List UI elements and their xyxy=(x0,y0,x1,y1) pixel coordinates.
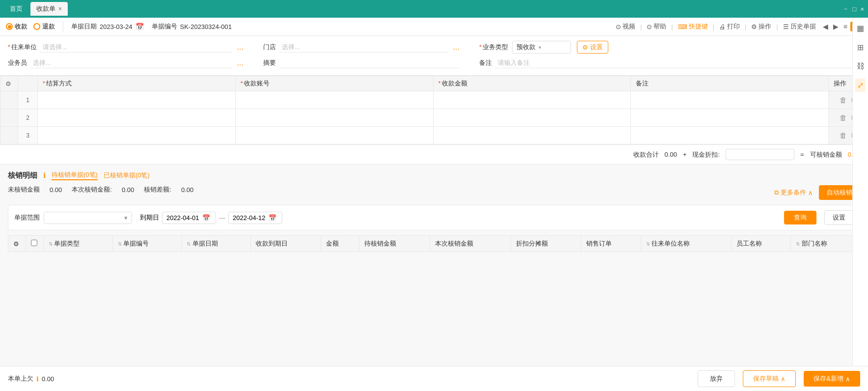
row2-delete-btn[interactable]: 🗑 xyxy=(838,112,848,123)
radio-shoukuan-circle xyxy=(6,23,13,30)
row2-settlement-input[interactable] xyxy=(38,109,235,126)
row3-amount-input[interactable] xyxy=(434,127,631,144)
footer-info: 本单上欠 ℹ 0.00 xyxy=(8,374,54,383)
tab-close-icon[interactable]: × xyxy=(58,5,62,12)
more-filter-btn[interactable]: ⧉ 更多条件 ∧ xyxy=(774,188,813,197)
action-help[interactable]: ⊙ 帮助 xyxy=(647,22,666,31)
nav-next-icon[interactable]: ▶ xyxy=(831,22,841,31)
date-range-dash: — xyxy=(219,214,225,222)
window-close[interactable]: × xyxy=(860,5,864,13)
dan-date-value: 2023-03-24 xyxy=(100,23,133,30)
row1-note-input[interactable] xyxy=(631,91,828,109)
sidebar-table-icon[interactable]: ▦ xyxy=(855,22,866,35)
sidebar-screen-icon[interactable]: ⤢ xyxy=(855,79,866,92)
calendar-icon-start[interactable]: 📅 xyxy=(202,214,210,222)
summary-input[interactable] xyxy=(279,57,460,68)
reconcil-title: 核销明细 xyxy=(8,171,37,180)
bt-header-duedate: 收款到期日 xyxy=(250,236,321,252)
reconcil-header: 核销明细 ℹ 待核销单据(0笔) 已核销单据(0笔) xyxy=(8,170,860,180)
bt-header-gear[interactable]: ⚙ xyxy=(8,236,26,252)
discount-input[interactable] xyxy=(726,149,794,160)
store-more-btn[interactable]: ... xyxy=(453,43,460,52)
action-operation[interactable]: ⚙ 操作 xyxy=(751,22,771,31)
abandon-btn[interactable]: 放弃 xyxy=(698,370,735,387)
limit-value: 0.00 xyxy=(42,375,54,383)
table-header-account: *收款账号 xyxy=(235,76,433,91)
data-table-area: ⚙ *结算方式 *收款账号 *收款金额 备注 操作 1 xyxy=(0,76,868,145)
radio-tuikuan[interactable]: 退款 xyxy=(33,22,55,31)
contact-input[interactable] xyxy=(40,42,232,53)
action-history[interactable]: ☰ 历史单据 xyxy=(783,22,816,31)
staff-input[interactable] xyxy=(30,57,232,68)
range-select[interactable]: ▾ xyxy=(44,212,132,224)
more-filter-label: 更多条件 xyxy=(781,188,806,197)
shortcut-icon: ⌨ xyxy=(678,23,687,30)
row1-account-input[interactable] xyxy=(236,91,433,109)
table-header-gear[interactable]: ⚙ xyxy=(0,76,18,91)
action-print[interactable]: 🖨 打印 xyxy=(719,22,740,31)
nav-prev-icon[interactable]: ◀ xyxy=(821,22,830,31)
reconcil-info-icon[interactable]: ℹ xyxy=(43,171,46,179)
row3-account[interactable] xyxy=(235,127,433,144)
pending-tab[interactable]: 待核销单据(0笔) xyxy=(52,170,98,180)
row3-note[interactable] xyxy=(631,127,829,144)
bt-check-all[interactable] xyxy=(31,240,37,246)
row3-account-input[interactable] xyxy=(236,127,433,144)
save-new-btn[interactable]: 保存&新增 ∧ xyxy=(804,371,860,387)
row3-note-input[interactable] xyxy=(631,127,828,144)
settings-button[interactable]: ⚙ 设置 xyxy=(577,41,608,54)
row1-amount-input[interactable] xyxy=(434,91,631,109)
save-draft-btn[interactable]: 保存草稿 ∧ xyxy=(743,370,796,387)
window-minimize[interactable]: － xyxy=(842,4,849,13)
done-tab[interactable]: 已核销单据(0笔) xyxy=(104,171,150,180)
biz-type-dropdown[interactable]: 预收款 ▾ xyxy=(512,41,571,54)
action-shortcut[interactable]: ⌨ 快捷键 xyxy=(678,22,708,31)
calendar-icon-date[interactable]: 📅 xyxy=(136,23,144,30)
filter-settings-btn[interactable]: 设置 xyxy=(824,210,854,225)
window-maximize[interactable]: □ xyxy=(853,5,857,13)
row2-settlement[interactable] xyxy=(38,109,236,127)
row1-settlement[interactable] xyxy=(38,91,236,109)
toolbar-actions: ⊙ 视频 | ⊙ 帮助 | ⌨ 快捷键 | 🖨 打印 | ⚙ 操作 xyxy=(616,22,862,31)
row3-settlement[interactable] xyxy=(38,127,236,144)
bt-header-check[interactable] xyxy=(26,236,44,252)
bt-gear-icon: ⚙ xyxy=(13,240,19,248)
diff-value: 0.00 xyxy=(181,186,193,194)
note-input[interactable] xyxy=(495,57,860,68)
row3-delete-btn[interactable]: 🗑 xyxy=(838,130,848,140)
row2-account[interactable] xyxy=(235,109,433,127)
query-btn[interactable]: 查询 xyxy=(784,211,816,224)
sidebar-link-icon[interactable]: ⛓ xyxy=(855,60,867,73)
sidebar-layer-icon[interactable]: ⊞ xyxy=(855,41,866,54)
table-gear-icon[interactable]: ⚙ xyxy=(5,80,11,87)
row2-amount[interactable] xyxy=(433,109,631,127)
tab-home[interactable]: 首页 xyxy=(4,2,28,16)
contact-more-btn[interactable]: ... xyxy=(237,43,244,52)
row1-delete-btn[interactable]: 🗑 xyxy=(838,95,848,105)
row2-account-input[interactable] xyxy=(236,109,433,126)
row2-note-input[interactable] xyxy=(631,109,828,126)
row1-settlement-input[interactable] xyxy=(38,91,235,109)
layout-icon1[interactable]: ≡ xyxy=(841,22,849,31)
due-date-start-input[interactable]: 2022-04-01 📅 xyxy=(162,212,216,224)
store-input[interactable] xyxy=(279,42,448,53)
action-video[interactable]: ⊙ 视频 xyxy=(616,22,635,31)
radio-shoukuan[interactable]: 收款 xyxy=(6,22,27,31)
row2-note[interactable] xyxy=(631,109,829,127)
contact-field: *往来单位 ... xyxy=(8,42,244,53)
radio-group: 收款 退款 xyxy=(6,22,55,31)
row1-amount[interactable] xyxy=(433,91,631,109)
row3-settlement-input[interactable] xyxy=(38,127,235,144)
due-date-end-input[interactable]: 2022-04-12 📅 xyxy=(228,212,282,224)
limit-icon[interactable]: ℹ xyxy=(36,375,39,383)
calendar-icon-end[interactable]: 📅 xyxy=(269,214,276,222)
row2-gear xyxy=(0,109,18,127)
row1-note[interactable] xyxy=(631,91,829,109)
row3-amount[interactable] xyxy=(433,127,631,144)
current-value: 0.00 xyxy=(122,186,134,194)
tab-shoukuan[interactable]: 收款单 × xyxy=(30,2,68,16)
staff-more-btn[interactable]: ... xyxy=(237,58,244,67)
row1-account[interactable] xyxy=(235,91,433,109)
save-new-chevron: ∧ xyxy=(845,375,850,383)
row2-amount-input[interactable] xyxy=(434,109,631,126)
